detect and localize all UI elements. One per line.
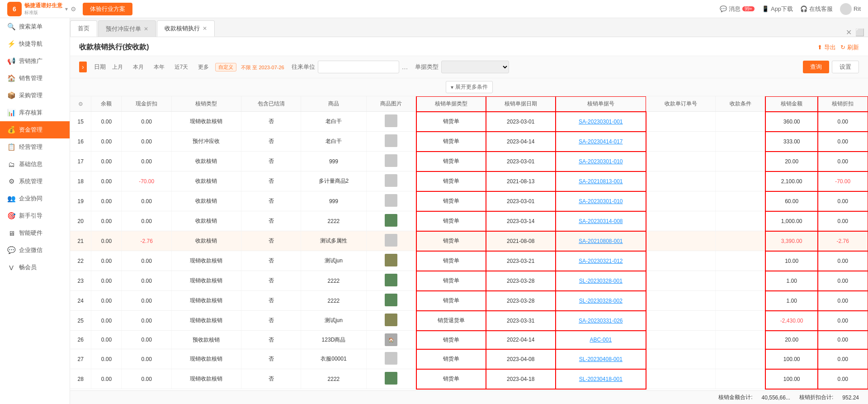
cell-verify-doc-type: 销货单 — [416, 369, 486, 389]
sidebar-item-search[interactable]: 🔍 搜索菜单 — [0, 18, 70, 35]
cell-verify-doc-no[interactable]: SA-20230314-008 — [556, 211, 646, 231]
cell-verify-doc-no[interactable]: SA-20230301-001 — [556, 112, 646, 132]
cell-verify-doc-date: 2023-04-08 — [486, 349, 556, 369]
date-more[interactable]: 更多 — [194, 62, 212, 72]
collapse-filter-button[interactable]: › — [79, 62, 87, 72]
cell-id: 19 — [70, 191, 91, 211]
sidebar-item-marketing[interactable]: 📢 营销推广 — [0, 52, 70, 70]
cell-receipt-order-no — [646, 231, 716, 251]
cell-verify-doc-no[interactable]: SL-20230408-001 — [556, 349, 646, 369]
online-service-button[interactable]: 🎧 在线客服 — [800, 5, 833, 13]
cell-id: 16 — [70, 132, 91, 152]
cell-verify-doc-no[interactable]: SA-20210813-001 — [556, 171, 646, 191]
cell-cash-discount: 0.00 — [122, 291, 172, 311]
partner-dots[interactable]: ... — [402, 63, 408, 71]
dropdown-arrow-icon[interactable]: ▾ — [65, 6, 68, 12]
cell-verify-doc-no[interactable]: SA-20230414-017 — [556, 132, 646, 152]
cell-verify-doc-no[interactable]: SL-20230328-002 — [556, 291, 646, 311]
cell-verify-doc-no[interactable]: SA-20230321-012 — [556, 251, 646, 271]
col-verify-type: 核销类型 — [171, 96, 241, 112]
cell-id: 17 — [70, 152, 91, 171]
logo-area: 6 畅捷通谱好生意 标准版 ▾ ⚙ — [7, 2, 77, 16]
refresh-button[interactable]: ↻ 刷新 — [840, 43, 859, 52]
cell-verify-type: 收款核销 — [171, 171, 241, 191]
tab-verify[interactable]: 收款核销执行 ✕ — [157, 20, 215, 37]
sidebar-item-purchase[interactable]: 📦 采购管理 — [0, 87, 70, 104]
cell-id: 18 — [70, 171, 91, 191]
cell-balance: 0.00 — [91, 251, 122, 271]
col-include-cleared: 包含已结清 — [241, 96, 301, 112]
cell-verify-discount: 0.00 — [818, 112, 868, 132]
sidebar-item-hardware[interactable]: 🖥 智能硬件 — [0, 224, 70, 242]
cell-receipt-condition — [716, 369, 766, 389]
cell-verify-amount: 100.00 — [765, 369, 817, 389]
date-custom-tag[interactable]: 自定义 — [215, 63, 236, 71]
date-7days[interactable]: 近7天 — [171, 62, 192, 72]
col-verify-doc-no: 核销单据号 — [556, 96, 646, 112]
partner-input[interactable] — [318, 61, 399, 73]
sidebar-item-finance[interactable]: 💰 资金管理 — [0, 121, 70, 138]
cell-id: 21 — [70, 231, 91, 251]
industry-button[interactable]: 体验行业方案 — [83, 3, 132, 15]
cell-goods: 测试jun — [301, 311, 366, 331]
close-window-icon[interactable]: ✕ — [846, 28, 852, 37]
cell-receipt-order-no — [646, 171, 716, 191]
sidebar-item-member[interactable]: V 畅会员 — [0, 259, 70, 276]
cell-id: 28 — [70, 369, 91, 389]
export-button[interactable]: ⬆ 导出 — [817, 43, 836, 52]
cell-verify-doc-date: 2023-04-18 — [486, 369, 556, 389]
date-this-year[interactable]: 本年 — [150, 62, 168, 72]
message-button[interactable]: 💬 消息 99+ — [720, 5, 755, 13]
tab-close-verify[interactable]: ✕ — [203, 25, 207, 32]
sidebar-item-system[interactable]: ⚙ 系统管理 — [0, 173, 70, 190]
cell-id: 22 — [70, 251, 91, 271]
sidebar-item-quicknav[interactable]: ⚡ 快捷导航 — [0, 35, 70, 52]
expand-conditions-button[interactable]: ▾ 展开更多条件 — [446, 81, 493, 93]
col-gear[interactable]: ⚙ — [70, 96, 91, 112]
cell-id: 20 — [70, 211, 91, 231]
sidebar-item-enterprise[interactable]: 👥 企业协同 — [0, 190, 70, 207]
cell-verify-doc-no[interactable]: SA-20210808-001 — [556, 231, 646, 251]
monitor-icon: 🖥 — [7, 229, 15, 237]
cell-include-cleared: 否 — [241, 271, 301, 291]
settings-icon[interactable]: ⚙ — [71, 5, 76, 13]
sidebar-item-guide[interactable]: 🎯 新手引导 — [0, 207, 70, 224]
date-this-month[interactable]: 本月 — [129, 62, 147, 72]
cell-verify-discount: 0.00 — [818, 251, 868, 271]
cell-verify-doc-no[interactable]: SA-20230301-010 — [556, 191, 646, 211]
cell-verify-doc-no[interactable]: ABC-001 — [556, 331, 646, 349]
sidebar-item-operation[interactable]: 📋 经营管理 — [0, 138, 70, 156]
user-area[interactable]: Rit — [840, 3, 861, 15]
sidebar-item-sales[interactable]: 🏠 销售管理 — [0, 70, 70, 87]
tab-home[interactable]: 首页 — [70, 20, 97, 37]
tab-close-prepay[interactable]: ✕ — [144, 26, 148, 32]
tab-prepay[interactable]: 预付冲应付单 ✕ — [98, 20, 156, 37]
cell-receipt-order-no — [646, 349, 716, 369]
cell-verify-doc-no[interactable]: SL-20230418-001 — [556, 369, 646, 389]
home-icon: 🏠 — [7, 74, 15, 82]
cell-receipt-condition — [716, 271, 766, 291]
cell-include-cleared: 否 — [241, 152, 301, 171]
refresh-icon: ↻ — [840, 44, 845, 51]
cell-verify-amount: 1.00 — [765, 271, 817, 291]
search-button[interactable]: 查询 — [803, 61, 829, 73]
app-download-button[interactable]: 📱 App下载 — [762, 5, 793, 13]
sidebar-item-base-info[interactable]: 🗂 基础信息 — [0, 156, 70, 173]
cell-verify-doc-no[interactable]: SA-20230331-026 — [556, 311, 646, 331]
cell-receipt-condition — [716, 311, 766, 331]
cell-verify-doc-date: 2022-04-14 — [486, 331, 556, 349]
sidebar-item-inventory[interactable]: 📊 库存核算 — [0, 104, 70, 121]
settings-button[interactable]: 设置 — [832, 61, 859, 73]
sidebar-item-wechat[interactable]: 💬 企业微信 — [0, 242, 70, 259]
cell-verify-doc-no[interactable]: SL-20230328-001 — [556, 271, 646, 291]
cell-cash-discount: 0.00 — [122, 369, 172, 389]
doc-type-select[interactable] — [441, 61, 509, 73]
cell-verify-discount: 0.00 — [818, 349, 868, 369]
cell-include-cleared: 否 — [241, 331, 301, 349]
date-last-month[interactable]: 上月 — [108, 62, 127, 72]
maximize-icon[interactable]: ⬜ — [855, 28, 864, 37]
cell-verify-doc-type: 销货单 — [416, 231, 486, 251]
cell-receipt-condition — [716, 231, 766, 251]
cell-verify-doc-type: 销货单 — [416, 132, 486, 152]
cell-verify-doc-no[interactable]: SA-20230301-010 — [556, 152, 646, 171]
